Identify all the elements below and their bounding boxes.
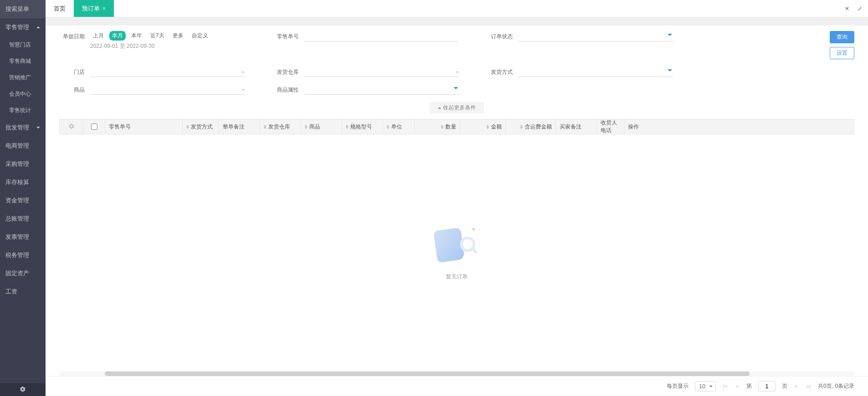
per-page-select[interactable]: 10 <box>695 381 715 391</box>
page-input[interactable] <box>758 381 776 391</box>
input-warehouse[interactable] <box>304 67 459 77</box>
caret-up-icon <box>36 26 40 28</box>
date-opt-7days[interactable]: 近7天 <box>148 31 167 41</box>
date-range-text: 2022-09-01 至 2022-09-30 <box>90 42 211 50</box>
filter-top-strip <box>46 17 868 26</box>
chevron-down-icon[interactable] <box>668 69 672 72</box>
tab-home[interactable]: 首页 <box>46 0 74 17</box>
input-shipmethod[interactable] <box>518 67 673 77</box>
scrollbar-thumb[interactable] <box>105 371 750 376</box>
label-product: 商品 <box>59 84 85 94</box>
sidebar: 搜索菜单 零售管理 智慧门店 零售商城 营销推广 会员中心 零售统计 批发管理 … <box>0 0 46 396</box>
filter-area: 单据日期 上月 本月 本年 近7天 更多 自定义 2022-09-01 至 20… <box>46 26 868 119</box>
sidebar-group-tax[interactable]: 税务管理 <box>0 246 46 264</box>
collapse-bar[interactable]: 收起更多条件 <box>429 102 484 113</box>
main: 首页 预订单 × ✕ ⤢ 单据日期 上月 <box>46 0 868 396</box>
sidebar-search[interactable]: 搜索菜单 <box>0 0 46 18</box>
label-shipmethod: 发货方式 <box>487 67 513 76</box>
th-phone[interactable]: 收货人电话 <box>597 119 624 134</box>
th-shipmethod[interactable]: 发货方式 <box>183 119 219 134</box>
query-button[interactable]: 查询 <box>830 31 854 43</box>
input-retailno[interactable] <box>304 31 459 41</box>
th-amount[interactable]: 金额 <box>460 119 506 134</box>
sidebar-group-salary[interactable]: 工资 <box>0 283 46 301</box>
th-settings[interactable] <box>60 119 83 134</box>
sidebar-search-label: 搜索菜单 <box>5 5 29 13</box>
date-opt-custom[interactable]: 自定义 <box>189 31 211 41</box>
th-buyerremark[interactable]: 买家备注 <box>556 119 597 134</box>
sort-icon <box>305 125 307 129</box>
select-all-checkbox[interactable] <box>91 123 97 130</box>
tab-preorder[interactable]: 预订单 × <box>74 0 114 17</box>
sidebar-group-funds[interactable]: 资金管理 <box>0 191 46 210</box>
sort-icon <box>520 125 523 129</box>
page-next[interactable]: > <box>794 383 799 390</box>
ellipsis-icon[interactable]: ··· <box>241 68 244 75</box>
empty-text: 暂无订单 <box>446 273 468 281</box>
sidebar-group-inventory[interactable]: 库存核算 <box>0 173 46 191</box>
page-prev[interactable]: < <box>735 383 740 390</box>
sort-icon <box>264 125 266 129</box>
tabs-expand[interactable]: ⤢ <box>855 4 864 13</box>
sidebar-group-wholesale[interactable]: 批发管理 <box>0 118 46 137</box>
sidebar-settings[interactable] <box>0 383 46 396</box>
empty-state: ✦ · 暂无订单 <box>59 134 854 370</box>
page-first[interactable]: |< <box>722 383 729 390</box>
sidebar-group-invoice[interactable]: 发票管理 <box>0 228 46 246</box>
label-orderstatus: 订单状态 <box>487 31 513 41</box>
sort-icon <box>486 125 489 129</box>
sidebar-item-marketing[interactable]: 营销推广 <box>0 69 46 86</box>
th-spec[interactable]: 规格型号 <box>342 119 383 134</box>
ellipsis-icon[interactable]: ··· <box>455 68 458 75</box>
label-store: 门店 <box>59 67 85 76</box>
date-opt-more[interactable]: 更多 <box>170 31 186 41</box>
th-retailno[interactable]: 零售单号 <box>105 119 183 134</box>
th-unit[interactable]: 单位 <box>383 119 415 134</box>
sidebar-group-retail[interactable]: 零售管理 <box>0 18 46 36</box>
sort-icon <box>441 125 444 129</box>
input-productattr[interactable] <box>304 84 459 95</box>
gear-icon <box>20 386 26 394</box>
tabs-close-all[interactable]: ✕ <box>842 4 852 13</box>
table-header: 零售单号 发货方式 整单备注 发货仓库 商品 规格型号 单位 数量 金额 含运费… <box>59 119 854 134</box>
page-last[interactable]: >| <box>805 383 812 390</box>
caret-down-icon <box>36 127 40 129</box>
sidebar-item-member[interactable]: 会员中心 <box>0 86 46 102</box>
sidebar-group-purchase[interactable]: 采购管理 <box>0 155 46 173</box>
chevron-down-icon[interactable] <box>668 34 672 36</box>
sidebar-group-ecommerce[interactable]: 电商管理 <box>0 137 46 155</box>
chevron-up-icon <box>438 107 441 109</box>
date-opt-lastmonth[interactable]: 上月 <box>90 31 107 41</box>
horizontal-scrollbar[interactable] <box>59 371 854 376</box>
close-icon[interactable]: × <box>102 5 106 12</box>
date-options: 上月 本月 本年 近7天 更多 自定义 <box>90 31 211 41</box>
input-orderstatus[interactable] <box>518 31 673 41</box>
input-store[interactable] <box>90 67 245 77</box>
sidebar-item-retailstats[interactable]: 零售统计 <box>0 102 46 118</box>
label-date: 单据日期 <box>59 31 85 41</box>
date-opt-thisyear[interactable]: 本年 <box>128 31 145 41</box>
th-checkbox[interactable] <box>83 119 105 134</box>
label-warehouse: 发货仓库 <box>273 67 299 76</box>
input-product[interactable] <box>90 84 245 95</box>
sort-icon <box>346 125 348 129</box>
th-action[interactable]: 操作 <box>624 119 854 134</box>
chevron-down-icon[interactable] <box>454 87 458 90</box>
label-retailno: 零售单号 <box>273 31 299 41</box>
sidebar-item-smartstore[interactable]: 智慧门店 <box>0 36 46 53</box>
page-label-pre: 第 <box>746 382 752 390</box>
sort-icon <box>186 125 189 129</box>
sidebar-item-retailmall[interactable]: 零售商城 <box>0 53 46 69</box>
th-shipamount[interactable]: 含运费金额 <box>506 119 556 134</box>
th-product[interactable]: 商品 <box>301 119 342 134</box>
date-opt-thismonth[interactable]: 本月 <box>109 31 126 41</box>
th-qty[interactable]: 数量 <box>415 119 460 134</box>
th-warehouse[interactable]: 发货仓库 <box>260 119 301 134</box>
sidebar-group-ledger[interactable]: 总账管理 <box>0 210 46 228</box>
settings-button[interactable]: 设置 <box>830 47 854 59</box>
ellipsis-icon[interactable]: ··· <box>241 86 244 93</box>
th-remark[interactable]: 整单备注 <box>219 119 260 134</box>
table-area: 零售单号 发货方式 整单备注 发货仓库 商品 规格型号 单位 数量 金额 含运费… <box>46 119 868 376</box>
sidebar-group-fixedasset[interactable]: 固定资产 <box>0 264 46 283</box>
label-productattr: 商品属性 <box>273 84 299 94</box>
